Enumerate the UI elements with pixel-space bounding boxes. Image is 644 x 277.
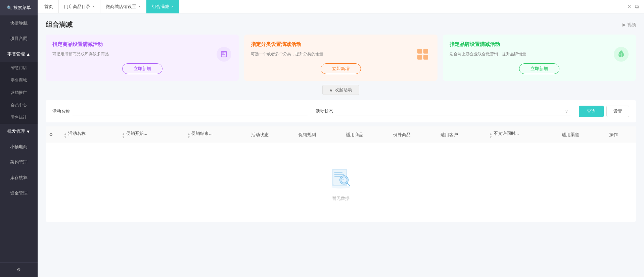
category-card-add-btn[interactable]: 立即新增	[321, 63, 361, 74]
svg-rect-12	[334, 176, 342, 177]
collapse-bar: ∧ 收起活动	[46, 85, 636, 95]
activity-name-label: 活动名称	[52, 108, 70, 114]
table-col-promo-rule: 促销规则	[295, 126, 342, 143]
brand-card-icon	[613, 46, 629, 65]
sidebar-item-fund-mgmt[interactable]: 资金管理	[0, 185, 38, 201]
table-col-settings[interactable]: ⚙	[46, 126, 59, 143]
table-col-promo-start[interactable]: ▲▼ 促销开始...	[117, 126, 183, 143]
svg-rect-4	[417, 55, 422, 60]
tab-wechat-shop[interactable]: 微商城店铺设置 ×	[100, 0, 146, 13]
sidebar-item-retail-stats[interactable]: 零售统计	[0, 111, 38, 124]
sidebar-item-wholesale-mgmt[interactable]: 批发管理 ▼	[0, 124, 38, 139]
product-card-desc: 可指定滞销商品或库存较多商品	[52, 51, 232, 57]
table-col-operation: 操作	[606, 126, 636, 143]
page-title: 组合满减	[46, 20, 73, 29]
play-icon: ▶	[623, 22, 626, 27]
brand-card-add-btn[interactable]: 立即新增	[519, 63, 559, 74]
tabs-bar: 首页 门店商品目录 × 微商城店铺设置 × 组合满减 × × ⧉	[38, 0, 644, 13]
sidebar-item-project-contract[interactable]: 项目合同	[0, 31, 38, 46]
svg-rect-5	[423, 55, 428, 60]
sidebar-item-purchase-mgmt[interactable]: 采购管理	[0, 155, 38, 170]
sort-icon-start: ▲▼	[122, 132, 125, 139]
product-card-icon	[216, 46, 232, 65]
empty-text: 暂无数据	[52, 196, 629, 202]
main-area: 首页 门店商品目录 × 微商城店铺设置 × 组合满减 × × ⧉ 组合满减 ▶ …	[38, 0, 644, 277]
tab-combo-discount-close[interactable]: ×	[171, 4, 174, 9]
retail-mgmt-label: 零售管理	[7, 51, 25, 57]
svg-rect-10	[334, 172, 342, 173]
data-table-container: ⚙ ▲▼ 活动名称 ▲▼ 促销开始... ▲▼ 促销结束...	[46, 126, 636, 222]
svg-rect-2	[417, 49, 422, 54]
activity-status-select[interactable]: ∨	[336, 108, 571, 115]
wholesale-mgmt-label: 批发管理	[7, 128, 25, 134]
table-col-exception-goods: 例外商品	[390, 126, 437, 143]
project-contract-label: 项目合同	[10, 36, 28, 42]
svg-rect-3	[423, 49, 428, 54]
sort-icon-concurrent: ▲▼	[489, 132, 492, 139]
sidebar-item-smart-store[interactable]: 智慧门店	[0, 62, 38, 74]
activity-name-input[interactable]	[73, 107, 308, 115]
page-header: 组合满减 ▶ 视频	[46, 20, 636, 29]
table-col-promo-end[interactable]: ▲▼ 促销结束...	[183, 126, 248, 143]
window-restore-btn[interactable]: ⧉	[635, 4, 639, 10]
sidebar-item-retail-mall[interactable]: 零售商城	[0, 74, 38, 87]
table-header-row: ⚙ ▲▼ 活动名称 ▲▼ 促销开始... ▲▼ 促销结束...	[46, 126, 636, 143]
svg-point-1	[222, 52, 224, 54]
search-icon: 🔍	[7, 5, 12, 10]
sort-icon-end: ▲▼	[187, 132, 190, 139]
query-btn[interactable]: 查询	[579, 106, 604, 117]
sidebar-item-member-center[interactable]: 会员中心	[0, 99, 38, 111]
tab-window-actions: × ⧉	[628, 4, 641, 10]
activity-status-label: 活动状态	[316, 108, 333, 114]
svg-rect-11	[334, 174, 344, 175]
svg-point-16	[342, 179, 344, 180]
category-card-title: 指定分类设置满减活动	[251, 41, 430, 48]
table-col-applicable-goods: 适用商品	[342, 126, 390, 143]
tab-home[interactable]: 首页	[40, 0, 59, 13]
empty-icon	[324, 163, 358, 190]
chevron-up-icon: ∧	[329, 88, 333, 93]
tab-store-catalog-close[interactable]: ×	[92, 4, 95, 9]
sidebar-item-quick-nav[interactable]: 快捷导航	[0, 15, 38, 31]
filter-actions: 查询 设置	[579, 106, 629, 117]
gear-icon: ⚙	[49, 132, 53, 137]
table-col-activity-name[interactable]: ▲▼ 活动名称	[59, 126, 117, 143]
settings-icon: ⚙	[17, 267, 21, 272]
brand-discount-card: 指定品牌设置满减活动 适合与上游企业联合做营销，提升品牌销量 立即新增	[443, 35, 636, 81]
table-col-applicable-customer: 适用客户	[437, 126, 485, 143]
category-card-icon	[415, 46, 431, 65]
sort-icon: ▲▼	[64, 132, 67, 139]
sidebar-item-inventory-calc[interactable]: 库存核算	[0, 170, 38, 185]
activity-name-field: 活动名称	[52, 107, 308, 115]
window-close-btn[interactable]: ×	[628, 4, 631, 10]
dropdown-icon: ∨	[565, 109, 568, 114]
brand-card-title: 指定品牌设置满减活动	[450, 41, 629, 48]
sidebar-settings-btn[interactable]: ⚙	[0, 263, 38, 277]
sidebar-item-xiaochangec[interactable]: 小畅电商	[0, 139, 38, 155]
cards-row: 指定商品设置满减活动 可指定滞销商品或库存较多商品 立即新增 指定分类设置满减活…	[46, 35, 636, 81]
table-col-not-allow-concurrent[interactable]: ▲▼ 不允许同时...	[485, 126, 558, 143]
sidebar-item-marketing[interactable]: 营销推广	[0, 87, 38, 99]
video-link[interactable]: ▶ 视频	[623, 22, 636, 28]
chevron-down-icon: ▼	[26, 129, 31, 134]
category-discount-card: 指定分类设置满减活动 可选一个或者多个分类，提升分类的销量 立即新增	[244, 35, 437, 81]
empty-state: 暂无数据	[46, 143, 636, 222]
sidebar: 🔍 搜索菜单 快捷导航 项目合同 零售管理 ▲ 智慧门店 零售商城 营销推广 会…	[0, 0, 38, 277]
svg-point-14	[341, 177, 347, 183]
tab-combo-discount[interactable]: 组合满减 ×	[146, 0, 179, 13]
data-table: ⚙ ▲▼ 活动名称 ▲▼ 促销开始... ▲▼ 促销结束...	[46, 126, 636, 222]
activity-status-field: 活动状态 ∨	[316, 108, 571, 115]
filter-row: 活动名称 活动状态 ∨ 查询 设置	[46, 100, 636, 122]
sidebar-search[interactable]: 🔍 搜索菜单	[0, 0, 38, 15]
table-col-applicable-channel: 适用渠道	[558, 126, 606, 143]
setting-btn[interactable]: 设置	[606, 106, 629, 117]
quick-nav-label: 快捷导航	[10, 20, 28, 26]
sidebar-item-retail-mgmt[interactable]: 零售管理 ▲	[0, 46, 38, 62]
category-card-desc: 可选一个或者多个分类，提升分类的销量	[251, 51, 430, 57]
tab-wechat-shop-close[interactable]: ×	[138, 4, 141, 9]
tab-store-catalog[interactable]: 门店商品目录 ×	[59, 0, 100, 13]
table-col-activity-status: 活动状态	[248, 126, 295, 143]
collapse-activities-btn[interactable]: ∧ 收起活动	[322, 85, 359, 95]
brand-card-desc: 适合与上游企业联合做营销，提升品牌销量	[450, 51, 629, 57]
product-card-add-btn[interactable]: 立即新增	[122, 63, 163, 74]
